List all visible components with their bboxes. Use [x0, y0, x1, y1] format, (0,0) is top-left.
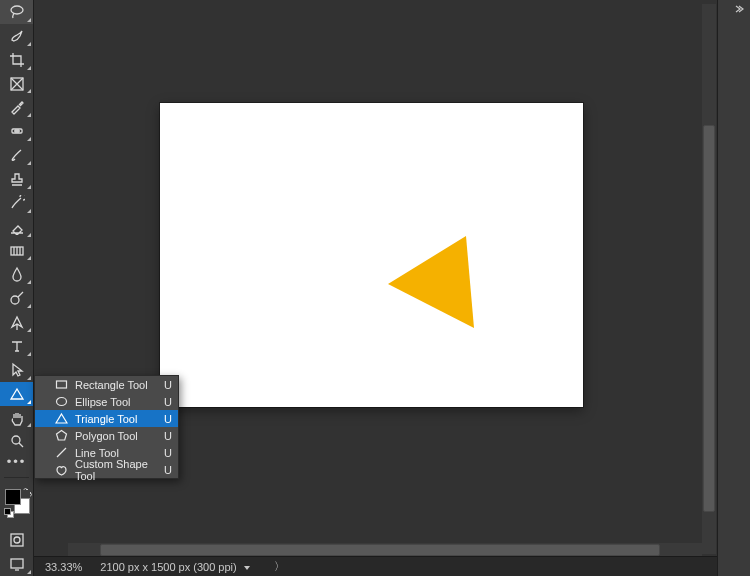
svg-rect-9 [56, 381, 66, 388]
flyout-item-label: Rectangle Tool [75, 379, 152, 391]
zoom-tool[interactable] [0, 429, 33, 453]
horizontal-scrollbar[interactable] [68, 543, 702, 557]
flyout-item-rectangle[interactable]: Rectangle Tool U [35, 376, 178, 393]
flyout-item-shortcut: U [158, 413, 172, 425]
frame-tool[interactable] [0, 72, 33, 96]
svg-point-4 [11, 296, 19, 304]
document-dimensions: 2100 px x 1500 px (300 ppi) [100, 561, 236, 573]
status-expand-icon[interactable]: 〉 [274, 559, 285, 574]
foreground-color-swatch[interactable] [5, 489, 21, 505]
flyout-item-shortcut: U [158, 396, 172, 408]
flyout-item-label: Triangle Tool [75, 413, 152, 425]
vertical-scrollbar-thumb[interactable] [703, 125, 715, 512]
flyout-item-shortcut: U [158, 464, 172, 476]
line-icon [53, 446, 69, 459]
toolbar: ••• [0, 0, 34, 576]
flyout-item-polygon[interactable]: Polygon Tool U [35, 427, 178, 444]
edit-toolbar-button[interactable]: ••• [0, 453, 33, 473]
canvas[interactable] [160, 103, 583, 407]
swap-colors-icon[interactable] [23, 487, 33, 497]
chevron-down-icon[interactable] [244, 566, 250, 570]
polygon-icon [53, 429, 69, 442]
shape-tool[interactable] [0, 382, 33, 406]
dodge-tool[interactable] [0, 286, 33, 310]
default-colors-icon[interactable] [4, 508, 14, 518]
flyout-item-shortcut: U [158, 430, 172, 442]
flyout-item-triangle[interactable]: Triangle Tool U [35, 410, 178, 427]
flyout-item-ellipse[interactable]: Ellipse Tool U [35, 393, 178, 410]
flyout-item-label: Ellipse Tool [75, 396, 152, 408]
app-root: 33.33% 2100 px x 1500 px (300 ppi) 〉 [0, 0, 750, 576]
flyout-item-label: Custom Shape Tool [75, 458, 152, 482]
canvas-artwork [160, 103, 583, 407]
flyout-item-custom-shape[interactable]: Custom Shape Tool U [35, 461, 178, 478]
blur-tool[interactable] [0, 262, 33, 286]
vertical-scrollbar[interactable] [702, 4, 716, 554]
rectangle-icon [53, 378, 69, 391]
triangle-shape [388, 236, 474, 328]
healing-brush-tool[interactable] [0, 119, 33, 143]
path-selection-tool[interactable] [0, 358, 33, 382]
quick-mask-toggle[interactable] [0, 528, 33, 552]
svg-point-7 [14, 537, 20, 543]
shape-tool-flyout: Rectangle Tool U Ellipse Tool U Triangle… [34, 375, 179, 479]
color-swatch[interactable] [4, 488, 33, 528]
pen-tool[interactable] [0, 310, 33, 334]
flyout-item-shortcut: U [158, 447, 172, 459]
panel-collapse-icon[interactable] [734, 4, 744, 14]
gradient-tool[interactable] [0, 239, 33, 263]
eyedropper-tool[interactable] [0, 95, 33, 119]
status-bar: 33.33% 2100 px x 1500 px (300 ppi) 〉 [33, 556, 718, 576]
custom-shape-icon [53, 463, 69, 476]
brush-selection-tool[interactable] [0, 24, 33, 48]
svg-point-10 [56, 398, 66, 406]
svg-point-0 [11, 6, 23, 14]
stamp-tool[interactable] [0, 167, 33, 191]
history-brush-tool[interactable] [0, 191, 33, 215]
hand-tool[interactable] [0, 406, 33, 430]
svg-point-5 [12, 436, 20, 444]
brush-tool[interactable] [0, 143, 33, 167]
svg-rect-6 [11, 534, 23, 546]
zoom-level[interactable]: 33.33% [45, 561, 82, 573]
toolbar-divider [4, 477, 29, 486]
horizontal-scrollbar-thumb[interactable] [100, 544, 660, 556]
crop-tool[interactable] [0, 48, 33, 72]
lasso-tool[interactable] [0, 0, 33, 24]
svg-rect-8 [11, 559, 23, 568]
svg-marker-11 [56, 431, 66, 441]
triangle-icon [53, 412, 69, 425]
type-tool[interactable] [0, 334, 33, 358]
flyout-item-label: Polygon Tool [75, 430, 152, 442]
right-panel-strip [717, 0, 750, 576]
ellipse-icon [53, 395, 69, 408]
eraser-tool[interactable] [0, 215, 33, 239]
flyout-item-shortcut: U [158, 379, 172, 391]
screen-mode-toggle[interactable] [0, 552, 33, 576]
